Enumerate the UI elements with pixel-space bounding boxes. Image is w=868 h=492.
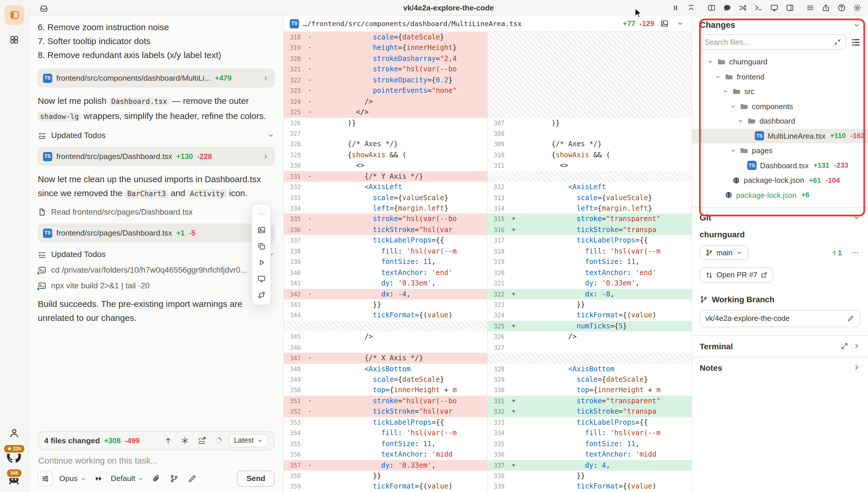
image-button[interactable]: [253, 222, 269, 238]
share-button[interactable]: [819, 1, 832, 14]
todos-row[interactable]: Updated Todos: [38, 249, 275, 259]
shuffle-button[interactable]: [736, 1, 749, 14]
git-more-button[interactable]: [849, 247, 861, 259]
chevron-right-icon[interactable]: [853, 364, 861, 371]
new-code-cell: 329 scale={dateScale}: [488, 374, 691, 385]
menu-button[interactable]: [803, 1, 816, 14]
old-code-cell: 322- strokeOpacity={0.2}: [284, 75, 488, 85]
tree-folder-components[interactable]: components: [692, 99, 868, 114]
new-code-cell: 316+ tickStroke="transpa: [488, 224, 691, 235]
dots-button[interactable]: [253, 206, 269, 222]
file-change-chip[interactable]: TSfrontend/src/components/dashboard/Mult…: [38, 69, 275, 88]
file-change-chip[interactable]: TSfrontend/src/pages/Dashboard.tsx+1-5: [38, 223, 275, 243]
code-line: }}: [518, 299, 691, 310]
attach-button[interactable]: [150, 473, 162, 485]
expand-icon[interactable]: [841, 342, 848, 350]
pause-button[interactable]: [669, 1, 682, 14]
edit-button[interactable]: [186, 473, 198, 485]
tree-folder-src[interactable]: src: [692, 84, 868, 99]
chevron-down-icon[interactable]: [853, 214, 861, 221]
code-line: left={margin.left}: [314, 203, 487, 214]
tool-row[interactable]: npx vite build 2>&1 | tail -20: [38, 281, 275, 290]
send-button[interactable]: Send: [237, 470, 275, 487]
code-line: <AxisLeft: [518, 181, 691, 192]
tree-file-package-lock.json[interactable]: package-lock.json+6: [692, 188, 868, 202]
spark-button[interactable]: [180, 435, 191, 446]
model-select[interactable]: Opus: [59, 474, 87, 483]
file-change-chip[interactable]: TSfrontend/src/pages/Dashboard.tsx+130-2…: [38, 147, 275, 166]
assistant-text: Now let me clean up the unused imports i…: [38, 172, 275, 201]
new-code-cell: 320 textAnchor: 'end': [488, 267, 691, 278]
terminal-section-header[interactable]: Terminal: [692, 335, 868, 356]
diff-sign: [509, 310, 518, 321]
terminal-button[interactable]: [752, 1, 765, 14]
todos-row[interactable]: Updated Todos: [38, 130, 275, 140]
monitor-button[interactable]: [253, 271, 269, 287]
panel-right-button[interactable]: [783, 1, 796, 14]
line-number: 338: [284, 246, 305, 257]
chevron-down-icon[interactable]: [853, 21, 861, 29]
diff-row: 327308: [284, 128, 691, 139]
changes-header[interactable]: Changes: [692, 16, 868, 33]
working-branch-header: Working Branch: [700, 294, 861, 304]
diff-sign: [509, 374, 518, 385]
edit-branch-button[interactable]: [846, 314, 855, 322]
account-button[interactable]: [9, 427, 20, 438]
help-button[interactable]: [835, 1, 848, 14]
grid-view-button[interactable]: [9, 35, 19, 45]
code-line: <AxisLeft: [314, 181, 487, 192]
copy-button[interactable]: [253, 239, 269, 254]
tree-file-Dashboard.tsx[interactable]: TSDashboard.tsx+131-233: [692, 158, 868, 173]
play-button[interactable]: [253, 255, 269, 270]
search-input[interactable]: [705, 38, 830, 46]
tool-row[interactable]: Read frontend/src/pages/Dashboard.tsx: [38, 208, 275, 216]
tool-row[interactable]: cd /private/var/folders/10/h7w0q46556ggr…: [38, 266, 275, 274]
checklist-button[interactable]: [196, 435, 208, 446]
compare-button[interactable]: [253, 287, 269, 303]
diff-row: 359 tickFormat={(value)339 tickFormat={(…: [284, 481, 691, 492]
spinner-button[interactable]: [213, 435, 225, 446]
chat-button[interactable]: [721, 1, 733, 14]
collapse-icon[interactable]: [834, 38, 841, 46]
tree-folder-frontend[interactable]: frontend: [692, 69, 868, 84]
code-line: fill: 'hsl(var(--m: [518, 246, 691, 257]
tray-button[interactable]: [37, 1, 50, 14]
collapse-button[interactable]: [684, 1, 697, 14]
chevron-down-icon: [736, 249, 743, 256]
tree-folder-pages[interactable]: pages: [692, 143, 868, 158]
code-line: {showAxis && (: [518, 150, 691, 161]
mode-select[interactable]: Default: [111, 474, 144, 483]
line-number: 339: [284, 256, 305, 267]
settings-button[interactable]: [850, 1, 863, 14]
discord-link[interactable]: 346: [6, 468, 22, 486]
tree-folder-churnguard[interactable]: churnguard: [692, 54, 868, 69]
chevron-right-icon[interactable]: [853, 342, 861, 350]
columns-button[interactable]: [705, 1, 718, 14]
task-input[interactable]: [38, 456, 275, 465]
tree-view-button[interactable]: [851, 38, 861, 47]
diff-collapse-button[interactable]: [674, 18, 686, 29]
tree-view-icon: [851, 38, 861, 47]
github-link[interactable]: ★ 22k: [3, 444, 25, 463]
line-number: 357: [284, 460, 305, 470]
diff-view-button[interactable]: [658, 18, 670, 29]
monitor-button[interactable]: [768, 1, 780, 14]
tree-file-package-lock.json[interactable]: package-lock.json+61-104: [692, 173, 868, 188]
inline-code: BarChart3: [125, 189, 168, 198]
working-branch-box[interactable]: vk/4e2a-explore-the-code: [700, 310, 861, 327]
open-pr-button[interactable]: Open PR #7: [700, 268, 774, 282]
chevron-down-icon: [138, 475, 144, 482]
version-select[interactable]: Latest: [229, 434, 268, 447]
new-code-cell: 336 textAnchor: 'midd: [488, 449, 691, 460]
tree-folder-dashboard[interactable]: dashboard: [692, 114, 868, 128]
branch-select[interactable]: main: [700, 245, 748, 260]
branch-button[interactable]: [168, 473, 180, 485]
tools-button[interactable]: [38, 471, 53, 486]
workspace-icon[interactable]: [4, 5, 24, 25]
skip-button[interactable]: [93, 473, 104, 485]
file-label: frontend: [737, 73, 765, 81]
tree-file-MultiLineArea.tsx[interactable]: TSMultiLineArea.tsx+110-162: [692, 128, 868, 143]
up-arrow-button[interactable]: [163, 435, 174, 446]
notes-section-header[interactable]: Notes: [692, 356, 868, 378]
git-header[interactable]: Git: [700, 213, 861, 222]
